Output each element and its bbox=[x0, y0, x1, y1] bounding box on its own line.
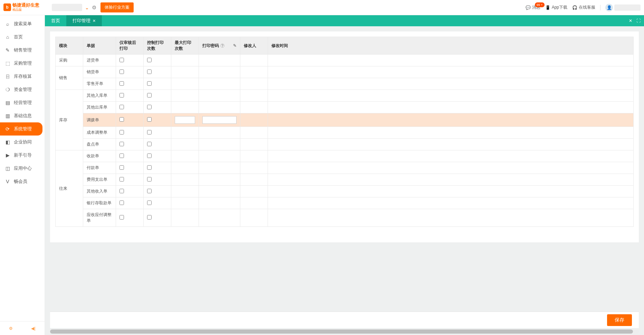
muser-cell bbox=[240, 113, 268, 127]
audit-only-checkbox[interactable] bbox=[119, 189, 124, 193]
settings-icon[interactable]: ⚙ bbox=[9, 326, 13, 331]
ctrl-count-checkbox[interactable] bbox=[147, 153, 152, 158]
audit-only-checkbox[interactable] bbox=[119, 130, 124, 134]
sidebar-item-inventory[interactable]: ⌸库存核算 bbox=[0, 70, 45, 83]
sidebar-item-apps[interactable]: ◫应用中心 bbox=[0, 162, 45, 175]
audit-only-cell bbox=[116, 186, 144, 197]
doc-cell: 其他收入单 bbox=[83, 186, 116, 197]
user-menu[interactable]: 👤 bbox=[605, 4, 641, 11]
table-row: 银行存取款单 bbox=[56, 197, 634, 209]
mtime-cell bbox=[268, 90, 634, 102]
audit-only-checkbox[interactable] bbox=[119, 117, 124, 122]
ctrl-count-cell bbox=[144, 90, 171, 102]
ctrl-count-checkbox[interactable] bbox=[147, 165, 152, 170]
audit-only-checkbox[interactable] bbox=[119, 201, 124, 205]
speech-icon: 💬 bbox=[526, 5, 531, 10]
tab-打印管理[interactable]: 打印管理✕ bbox=[66, 15, 102, 26]
search-menu-icon: ⌕ bbox=[5, 21, 10, 27]
ctrl-count-checkbox[interactable] bbox=[147, 142, 152, 146]
sidebar-item-purchase[interactable]: ⬚采购管理 bbox=[0, 57, 45, 70]
sidebar-item-sales[interactable]: ✎销售管理 bbox=[0, 44, 45, 57]
tab-首页[interactable]: 首页 bbox=[45, 15, 66, 26]
tenant-selector[interactable]: ⌄ ⚙ bbox=[52, 4, 96, 11]
brand-name: 畅捷通好生意 bbox=[12, 3, 39, 8]
sidebar-item-basic-info[interactable]: ▥基础信息 bbox=[0, 109, 45, 122]
audit-only-checkbox[interactable] bbox=[119, 153, 124, 158]
doc-cell: 付款单 bbox=[83, 162, 116, 174]
close-all-icon[interactable]: ✕ bbox=[629, 18, 632, 23]
mtime-cell bbox=[268, 209, 634, 227]
sidebar-item-label: 库存核算 bbox=[14, 73, 32, 80]
mtime-cell bbox=[268, 197, 634, 209]
help-icon[interactable]: ? bbox=[220, 44, 224, 48]
audit-only-checkbox[interactable] bbox=[119, 105, 124, 109]
app-download-button[interactable]: 📱 App下载 bbox=[545, 4, 567, 10]
ctrl-count-checkbox[interactable] bbox=[147, 58, 152, 62]
save-button[interactable]: 保存 bbox=[607, 314, 632, 326]
ctrl-count-checkbox[interactable] bbox=[147, 93, 152, 97]
sidebar-item-operation[interactable]: ▤经营管理 bbox=[0, 96, 45, 109]
ctrl-count-checkbox[interactable] bbox=[147, 69, 152, 74]
ctrl-count-checkbox[interactable] bbox=[147, 189, 152, 193]
max-count-input[interactable] bbox=[175, 116, 195, 124]
trial-button[interactable]: 体验行业方案 bbox=[100, 2, 134, 12]
sidebar-item-search-menu[interactable]: ⌕搜索菜单 bbox=[0, 17, 45, 30]
sidebar-item-label: 基础信息 bbox=[14, 113, 32, 119]
sidebar-item-label: 资金管理 bbox=[14, 86, 32, 93]
table-row: 费用支出单 bbox=[56, 174, 634, 186]
sidebar-item-vip[interactable]: V畅会员 bbox=[0, 175, 45, 188]
edit-icon[interactable]: ✎ bbox=[233, 43, 237, 48]
fullscreen-icon[interactable]: ⛶ bbox=[636, 18, 641, 23]
doc-cell: 费用支出单 bbox=[83, 174, 116, 186]
print-settings-table: 模块 单据 仅审核后打印 控制打印次数 最大打印次数 打印密码 ? ✎ bbox=[55, 37, 634, 227]
pwd-cell bbox=[199, 174, 240, 186]
th-pwd: 打印密码 ? ✎ bbox=[199, 37, 240, 55]
ctrl-count-checkbox[interactable] bbox=[147, 130, 152, 134]
audit-only-cell bbox=[116, 139, 144, 150]
audit-only-checkbox[interactable] bbox=[119, 93, 124, 97]
table-row: 调拨单 bbox=[56, 113, 634, 127]
audit-only-checkbox[interactable] bbox=[119, 81, 124, 86]
audit-only-checkbox[interactable] bbox=[119, 165, 124, 170]
pwd-input[interactable] bbox=[202, 116, 237, 124]
brand-sub: 精品版 bbox=[12, 8, 39, 12]
audit-only-checkbox[interactable] bbox=[119, 177, 124, 182]
customer-service-button[interactable]: 🎧 在线客服 bbox=[572, 4, 595, 10]
sidebar-item-label: 新手引导 bbox=[14, 152, 32, 158]
horizontal-scrollbar[interactable] bbox=[50, 329, 639, 334]
th-muser: 修改人 bbox=[240, 37, 268, 55]
audit-only-checkbox[interactable] bbox=[119, 142, 124, 146]
muser-cell bbox=[240, 55, 268, 66]
close-icon[interactable]: ✕ bbox=[93, 19, 96, 23]
table-row: 零售开单 bbox=[56, 78, 634, 90]
sidebar-item-funds[interactable]: ❍资金管理 bbox=[0, 83, 45, 96]
gear-icon[interactable]: ⚙ bbox=[92, 4, 96, 11]
collapse-icon[interactable]: ◀| bbox=[31, 326, 35, 331]
ctrl-count-checkbox[interactable] bbox=[147, 117, 152, 122]
ctrl-count-cell bbox=[144, 197, 171, 209]
ctrl-count-checkbox[interactable] bbox=[147, 177, 152, 182]
sidebar-item-label: 首页 bbox=[14, 34, 23, 40]
pwd-cell bbox=[199, 90, 240, 102]
ctrl-count-checkbox[interactable] bbox=[147, 105, 152, 109]
table-row: 往来收款单 bbox=[56, 150, 634, 162]
sidebar-item-guide[interactable]: ▶新手引导 bbox=[0, 149, 45, 162]
audit-only-checkbox[interactable] bbox=[119, 58, 124, 62]
ctrl-count-checkbox[interactable] bbox=[147, 201, 152, 205]
sidebar-item-home[interactable]: ⌂首页 bbox=[0, 30, 45, 44]
ctrl-count-checkbox[interactable] bbox=[147, 215, 152, 220]
table-row: 采购进货单 bbox=[56, 55, 634, 66]
audit-only-checkbox[interactable] bbox=[119, 215, 124, 220]
muser-cell bbox=[240, 90, 268, 102]
ctrl-count-checkbox[interactable] bbox=[147, 81, 152, 86]
muser-cell bbox=[240, 102, 268, 113]
audit-only-checkbox[interactable] bbox=[119, 69, 124, 74]
sidebar-item-label: 企业协同 bbox=[14, 139, 32, 145]
scrollbar-thumb[interactable] bbox=[50, 329, 633, 334]
muser-cell bbox=[240, 174, 268, 186]
max-count-cell bbox=[171, 186, 199, 197]
messages-button[interactable]: 💬 消息 99 + bbox=[526, 4, 540, 10]
ctrl-count-cell bbox=[144, 66, 171, 78]
sidebar-item-system[interactable]: ⟳系统管理 bbox=[0, 122, 42, 136]
sidebar-item-collab[interactable]: ◧企业协同 bbox=[0, 136, 45, 149]
